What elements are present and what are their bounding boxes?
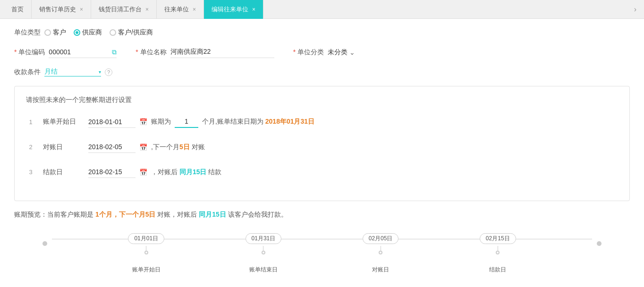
chevron-down-icon: ⌄	[349, 49, 355, 56]
preview-label: 账期预览：当前客户账期是	[14, 211, 95, 218]
timeline-date-4: 02月15日	[480, 233, 516, 244]
tab-home[interactable]: 首页	[4, 0, 32, 19]
unit-category-value: 未分类	[328, 48, 347, 57]
payment-term-field: 收款条件 月结 ▾ ?	[14, 68, 112, 76]
step-label-1: 账单开始日	[43, 118, 81, 126]
preview-part3: 同月15日	[199, 211, 226, 218]
step-label-2: 对账日	[43, 143, 81, 152]
step-num-2: 2	[26, 144, 35, 151]
calendar-icon[interactable]: 📅	[139, 118, 147, 126]
radio-circle-supplier	[74, 29, 80, 36]
preview-suffix: 该客户会给我打款。	[226, 211, 288, 218]
bill-start-date-input[interactable]	[88, 116, 136, 128]
payment-term-dropdown[interactable]: 月结 ▾	[44, 68, 101, 76]
timeline-node-3: 02月05日 对账日	[363, 233, 399, 274]
timeline-label-3: 对账日	[372, 266, 389, 274]
radio-circle-both	[110, 29, 116, 36]
billing-cycle-panel: 请按照未来的一个完整帐期进行设置 1 账单开始日 📅 账期为 个月,账单结束日期…	[14, 86, 630, 201]
unit-code-input[interactable]	[49, 46, 110, 58]
radio-supplier[interactable]: 供应商	[74, 28, 102, 37]
unit-code-input-wrapper: ⧉	[49, 46, 117, 58]
payment-term-value: 月结	[44, 68, 97, 76]
step-label-3: 结款日	[43, 168, 81, 177]
radio-label-both: 客户/供应商	[118, 28, 153, 37]
timeline-node-4: 02月15日 结款日	[480, 233, 516, 274]
preview-part2: 下一个月5日	[119, 211, 156, 218]
timeline-date-3: 02月05日	[363, 233, 399, 244]
timeline-label-2: 账单结束日	[249, 266, 278, 274]
unit-name-input[interactable]	[170, 46, 274, 58]
copy-icon[interactable]: ⧉	[112, 48, 117, 56]
step-row-1: 1 账单开始日 📅 账期为 个月,账单结束日期为 2018年01月31日	[26, 116, 618, 128]
preview-part1: 1个月，	[95, 211, 119, 218]
payment-term-label: 收款条件	[14, 68, 41, 76]
unit-category-dropdown[interactable]: 未分类 ⌄	[328, 48, 384, 57]
unit-category-field: 单位分类 未分类 ⌄	[293, 48, 384, 57]
tab-cashflow[interactable]: 钱货日清工作台 ×	[91, 0, 157, 19]
tab-expand-button[interactable]: ›	[630, 5, 640, 14]
tab-edit-partner[interactable]: 编辑往来单位 ×	[204, 0, 263, 19]
calendar-icon[interactable]: 📅	[139, 169, 147, 176]
payment-date-input[interactable]	[88, 166, 136, 178]
preview-text: 账期预览：当前客户账期是 1个月，下一个月5日 对账，对账后 同月15日 该客户…	[14, 211, 630, 219]
step-3-desc: ，对账后 同月15日 结款	[151, 168, 221, 177]
tab-sales-history[interactable]: 销售订单历史 ×	[32, 0, 91, 19]
step-2-desc: ,下一个月5日 对账	[151, 143, 205, 152]
unit-name-field: 单位名称	[136, 46, 274, 58]
step-3-inputs: 📅 ，对账后 同月15日 结款	[88, 166, 221, 178]
timeline-date-1: 01月01日	[128, 233, 164, 244]
radio-label-customer: 客户	[53, 28, 66, 37]
billing-period-input[interactable]	[175, 116, 198, 128]
reconcile-date-input[interactable]	[88, 141, 136, 153]
radio-customer[interactable]: 客户	[44, 28, 66, 37]
timeline-date-2: 01月31日	[246, 233, 282, 244]
unit-info-row: 单位编码 ⧉ 单位名称 单位分类 未分类 ⌄	[14, 46, 630, 58]
unit-category-label: 单位分类	[293, 48, 324, 57]
main-content: 单位类型 客户 供应商 客户/供应商 单位编码	[0, 19, 644, 287]
unit-type-field: 单位类型 客户 供应商 客户/供应商	[14, 28, 153, 37]
calendar-icon[interactable]: 📅	[139, 144, 147, 151]
radio-both[interactable]: 客户/供应商	[110, 28, 153, 37]
radio-label-supplier: 供应商	[82, 28, 102, 37]
step-row-2: 2 对账日 📅 ,下一个月5日 对账	[26, 141, 618, 153]
tab-partner[interactable]: 往来单位 ×	[157, 0, 204, 19]
close-icon[interactable]: ×	[193, 6, 196, 13]
step-1-desc-prefix: 账期为	[151, 118, 171, 126]
unit-type-label: 单位类型	[14, 28, 41, 37]
step-2-inputs: 📅 ,下一个月5日 对账	[88, 141, 205, 153]
close-icon[interactable]: ×	[145, 6, 149, 13]
unit-code-label: 单位编码	[14, 48, 45, 57]
unit-code-field: 单位编码 ⧉	[14, 46, 117, 58]
unit-name-label: 单位名称	[136, 48, 166, 57]
payment-term-row: 收款条件 月结 ▾ ?	[14, 68, 630, 76]
radio-circle-customer	[44, 29, 51, 36]
timeline-label-1: 账单开始日	[132, 266, 161, 274]
timeline-label-4: 结款日	[489, 266, 506, 274]
close-icon[interactable]: ×	[252, 6, 255, 13]
radio-group-unit-type: 客户 供应商 客户/供应商	[44, 28, 153, 37]
step-1-inputs: 📅 账期为 个月,账单结束日期为 2018年01月31日	[88, 116, 314, 128]
step-num-3: 3	[26, 169, 35, 176]
close-icon[interactable]: ×	[80, 6, 83, 13]
step-num-1: 1	[26, 118, 35, 126]
step-1-desc-suffix: 个月,账单结束日期为 2018年01月31日	[202, 118, 314, 126]
step-row-3: 3 结款日 📅 ，对账后 同月15日 结款	[26, 166, 618, 178]
help-icon[interactable]: ?	[105, 68, 112, 76]
timeline-node-1: 01月01日 账单开始日	[128, 233, 164, 274]
tab-bar: 首页 销售订单历史 × 钱货日清工作台 × 往来单位 × 编辑往来单位 × ›	[0, 0, 644, 19]
timeline-container: 01月01日 账单开始日 01月31日 账单结束日 02月05日 对账日	[14, 228, 630, 274]
unit-type-row: 单位类型 客户 供应商 客户/供应商	[14, 28, 630, 37]
timeline-node-2: 01月31日 账单结束日	[246, 233, 282, 274]
panel-title: 请按照未来的一个完整帐期进行设置	[26, 96, 618, 104]
chevron-down-icon: ▾	[99, 69, 101, 75]
preview-mid: 对账，对账后	[155, 211, 199, 218]
